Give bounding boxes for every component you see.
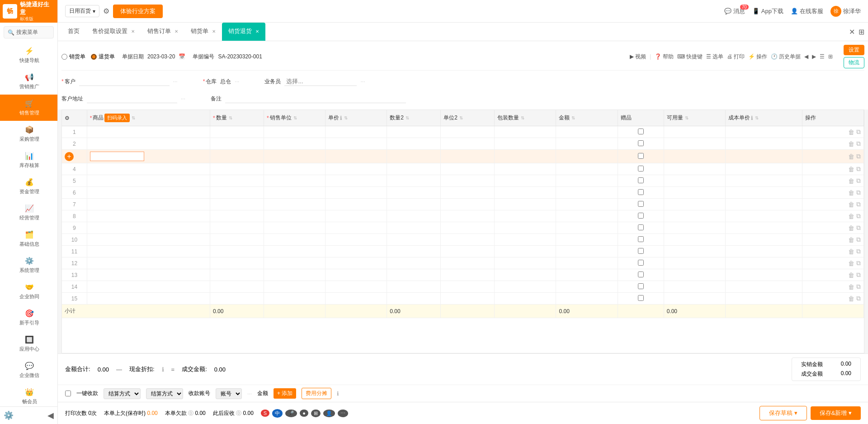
copy-row-icon[interactable]: ⧉ [856,271,861,279]
address-select-btn[interactable]: ··· [181,95,185,102]
settings-action-btn[interactable]: 设置 [844,45,864,55]
nav-next[interactable]: ▶ [812,53,816,60]
sort-pack-icon[interactable]: ⇅ [521,115,524,120]
row-qty2[interactable] [387,126,441,138]
row-product[interactable] [87,138,210,150]
copy-row-icon[interactable]: ⧉ [856,283,861,291]
row-cost-price[interactable] [725,126,802,138]
radio-return-input[interactable] [91,54,97,60]
calendar-icon[interactable]: 📅 [179,53,185,60]
row-available[interactable] [664,126,725,138]
copy-row-icon[interactable]: ⧉ [856,248,861,255]
add-row-btn[interactable]: + [65,152,74,161]
topbar-gear-icon[interactable]: ⚙ [103,7,109,15]
view-list-icon[interactable]: ☰ [820,53,825,60]
row-unit2[interactable] [441,126,495,138]
tab-sales-order[interactable]: 销售订单 ✕ [141,23,184,41]
sort-unit-icon[interactable]: ⇅ [293,115,297,120]
sidebar-item-wechat[interactable]: 💬 企业微信 [0,357,57,383]
row-gift[interactable] [618,126,664,138]
delete-row-icon[interactable]: 🗑 [848,224,854,232]
user-profile[interactable]: 徐 徐泽华 [830,6,861,17]
copy-row-icon[interactable]: ⧉ [856,236,861,243]
radio-sales-input[interactable] [61,54,67,60]
tab-sales-delivery[interactable]: 销货单 ✕ [184,23,222,41]
video-btn[interactable]: ▶ 视频 [630,53,646,61]
th-setting[interactable]: ⚙ [62,110,87,126]
row-amount[interactable] [556,126,618,138]
radio-sales[interactable]: 销货单 [61,53,85,61]
account-dots[interactable]: ··· [247,391,252,397]
app-download-btn[interactable]: 📱 App下载 [752,7,783,15]
salesperson-select-btn[interactable]: ··· [360,78,365,85]
radio-return[interactable]: 退货单 [91,53,115,61]
tab-sales-delivery-close[interactable]: ✕ [212,29,216,34]
settings-bottom-icon[interactable]: ⚙️ [4,410,14,420]
copy-row-icon[interactable]: ⧉ [856,295,861,302]
sidebar-item-member[interactable]: 👑 畅会员 [0,383,57,406]
address-input[interactable] [87,94,177,103]
collapse-icon[interactable]: ◀ [47,410,54,420]
row-pack-qty[interactable] [495,138,556,150]
copy-row-icon[interactable]: ⧉ [856,152,861,160]
row-cost-price[interactable] [725,138,802,150]
row-sales-unit[interactable] [264,138,326,150]
tab-sales-return[interactable]: 销货退货 ✕ [222,23,265,41]
copy-row-icon[interactable]: ⧉ [856,140,861,148]
salesperson-input[interactable] [284,77,357,86]
sidebar-item-apps[interactable]: 🔲 应用中心 [0,331,57,357]
copy-row-icon[interactable]: ⧉ [856,165,861,173]
tab-sales-return-close[interactable]: ✕ [255,29,259,34]
tab-restore[interactable]: ⊞ [859,28,864,36]
row-quantity[interactable] [210,138,264,150]
sidebar-item-inventory[interactable]: 📊 库存核算 [0,147,57,173]
nav-prev[interactable]: ◀ [804,53,808,60]
row-gift[interactable] [618,138,664,150]
sort-unit2-icon[interactable]: ⇅ [459,115,463,120]
sidebar-item-newbie[interactable]: 🎯 新手引导 [0,305,57,331]
copy-row-icon[interactable]: ⧉ [856,259,861,267]
tab-price-extract[interactable]: 售价提取设置 ✕ [86,23,141,41]
tab-home[interactable]: 首页 [61,23,86,41]
print-btn[interactable]: 🖨 打印 [727,53,745,61]
copy-row-icon[interactable]: ⧉ [856,212,861,220]
delete-row-icon[interactable]: 🗑 [848,201,854,208]
copy-row-icon[interactable]: ⧉ [856,128,861,136]
sidebar-item-marketing[interactable]: 📢 营销推广 [0,68,57,95]
delete-row-icon[interactable]: 🗑 [848,189,854,196]
save-draft-btn[interactable]: 保存草稿 ▾ [760,406,807,420]
shortcut-btn[interactable]: ⌨ 快捷键 [677,53,703,61]
customer-select-btn[interactable]: ··· [173,78,178,85]
add-payment-btn[interactable]: + 添加 [274,388,296,399]
row-product[interactable] [87,150,210,163]
row-cost-price[interactable] [725,150,802,163]
online-service-btn[interactable]: 👤 在线客服 [791,7,823,15]
delete-row-icon[interactable]: 🗑 [848,260,854,267]
sort-qty-icon[interactable]: ⇅ [229,115,232,120]
copy-row-icon[interactable]: ⧉ [856,224,861,232]
delete-row-icon[interactable]: 🗑 [848,177,854,185]
row-qty2[interactable] [387,138,441,150]
row-amount[interactable] [556,138,618,150]
delete-row-icon[interactable]: 🗑 [848,129,854,136]
row-quantity[interactable] [210,150,264,163]
row-available[interactable] [664,138,725,150]
delete-row-icon[interactable]: 🗑 [848,283,854,291]
scan-btn[interactable]: 扫码录入 [104,114,130,122]
help-btn[interactable]: ❓ 帮助 [655,53,674,61]
row-qty2[interactable] [387,150,441,163]
delete-row-icon[interactable]: 🗑 [848,166,854,173]
sidebar-item-sales[interactable]: 🛒 销售管理 [0,95,57,121]
delete-row-icon[interactable]: 🗑 [848,140,854,148]
customer-input[interactable] [79,77,170,86]
sort-available-icon[interactable]: ⇅ [685,115,689,120]
copy-row-icon[interactable]: ⧉ [856,189,861,196]
copy-row-icon[interactable]: ⧉ [856,177,861,185]
row-amount[interactable] [556,150,618,163]
row-unit2[interactable] [441,150,495,163]
operation-btn[interactable]: ⚡ 操作 [748,53,767,61]
sidebar-item-enterprise[interactable]: 🤝 企业协同 [0,278,57,305]
sort-price-icon[interactable]: ⇅ [344,115,348,120]
warehouse-select-btn[interactable]: ··· [235,78,239,85]
row-available[interactable] [664,150,725,163]
